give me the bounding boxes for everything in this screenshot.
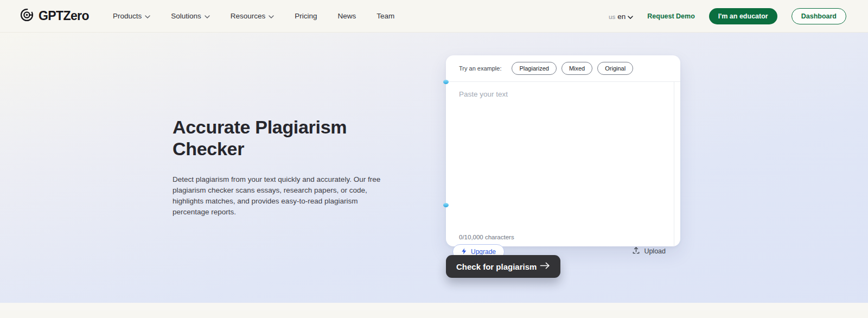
example-selector-row: Try an example: Plagiarized Mixed Origin…: [446, 55, 680, 82]
gptzero-logo[interactable]: GPTZero: [20, 8, 89, 24]
nav-label: Solutions: [171, 12, 201, 20]
upgrade-label: Upgrade: [471, 248, 496, 256]
text-input[interactable]: [446, 82, 674, 199]
character-count: 0/10,000 characters: [459, 234, 514, 240]
text-selection-handle-bottom[interactable]: [443, 203, 449, 207]
chevron-down-icon: [145, 12, 150, 20]
nav-label: Pricing: [295, 12, 317, 20]
hero-section: [0, 33, 868, 310]
example-pills: Plagiarized Mixed Original: [512, 62, 633, 75]
nav-item-news[interactable]: News: [338, 12, 356, 20]
example-pill-mixed[interactable]: Mixed: [561, 62, 592, 75]
upload-label: Upload: [644, 247, 666, 255]
brand-name: GPTZero: [39, 9, 89, 23]
language-selector[interactable]: us en: [609, 11, 633, 21]
locale-region: us: [609, 14, 615, 20]
nav-label: News: [338, 12, 356, 20]
try-example-label: Try an example:: [459, 65, 501, 72]
next-section-edge: [0, 303, 868, 310]
chevron-down-icon: [205, 12, 210, 20]
nav-label: Team: [376, 12, 394, 20]
header-actions: us en Request Demo I'm an educator Dashb…: [609, 8, 846, 24]
educator-button[interactable]: I'm an educator: [709, 8, 777, 24]
upload-icon: [632, 246, 640, 256]
top-navigation-bar: GPTZero Products Solutions Resources: [0, 0, 868, 33]
text-selection-handle-top[interactable]: [443, 80, 449, 84]
text-entry-area: 0/10,000 characters Upgrade Upload: [446, 82, 680, 246]
upload-button[interactable]: Upload: [632, 246, 666, 256]
nav-item-products[interactable]: Products: [113, 12, 150, 20]
check-plagiarism-label: Check for plagiarism: [456, 262, 537, 271]
nav-item-team[interactable]: Team: [376, 12, 394, 20]
dashboard-button[interactable]: Dashboard: [792, 8, 846, 24]
nav-label: Products: [113, 12, 142, 20]
page-title: Accurate Plagiarism Checker: [173, 116, 347, 160]
request-demo-link[interactable]: Request Demo: [647, 12, 695, 20]
locale-language: en: [617, 12, 626, 21]
example-pill-original[interactable]: Original: [597, 62, 633, 75]
check-plagiarism-button[interactable]: Check for plagiarism: [446, 255, 560, 278]
page-title-line-1: Accurate Plagiarism: [173, 116, 347, 138]
gptzero-landing-page: GPTZero Products Solutions Resources: [0, 0, 868, 318]
chevron-down-icon: [269, 12, 274, 20]
nav-label: Resources: [231, 12, 266, 20]
nav-item-solutions[interactable]: Solutions: [171, 12, 210, 20]
chevron-down-icon: [628, 11, 633, 21]
arrow-right-icon: [540, 262, 550, 271]
scroll-gutter-divider: [674, 82, 674, 246]
main-nav: Products Solutions Resources Pricing: [113, 12, 394, 20]
example-pill-plagiarized[interactable]: Plagiarized: [512, 62, 556, 75]
nav-item-pricing[interactable]: Pricing: [295, 12, 317, 20]
gptzero-logo-icon: [20, 8, 34, 24]
page-description: Detect plagiarism from your text quickly…: [173, 174, 381, 218]
plagiarism-checker-card: Try an example: Plagiarized Mixed Origin…: [446, 55, 680, 246]
nav-item-resources[interactable]: Resources: [231, 12, 275, 20]
page-title-line-2: Checker: [173, 138, 347, 160]
